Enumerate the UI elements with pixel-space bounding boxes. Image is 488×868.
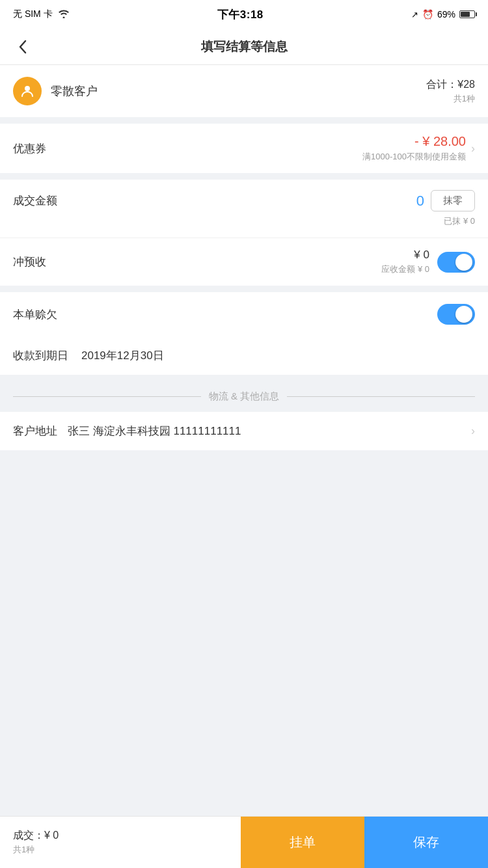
bottom-deal-amount: 成交：¥ 0	[13, 829, 228, 843]
logistics-divider-text: 物流 & 其他信息	[209, 390, 279, 403]
coupon-right: - ¥ 28.00 满1000-100不限制使用金额	[362, 134, 466, 163]
due-date-value: 2019年12月30日	[81, 348, 164, 363]
coupon-description: 满1000-100不限制使用金额	[362, 151, 466, 163]
coupon-section: 优惠券 - ¥ 28.00 满1000-100不限制使用金额 ›	[0, 124, 488, 173]
nav-bar: 填写结算等信息	[0, 29, 488, 65]
battery-text: 69%	[437, 9, 455, 20]
pre-receive-values: ¥ 0 应收金额 ¥ 0	[381, 249, 429, 275]
customer-right: 合计：¥28 共1种	[426, 78, 475, 105]
location-icon: ↗	[411, 10, 418, 20]
transaction-section: 成交金额 0 抹零 已抹 ¥ 0 冲预收 ¥ 0 应收金额 ¥ 0	[0, 180, 488, 286]
credit-row: 本单赊欠	[0, 292, 488, 336]
pre-receive-right: ¥ 0 应收金额 ¥ 0	[381, 249, 475, 275]
bottom-count: 共1种	[13, 844, 228, 856]
svg-point-0	[25, 86, 30, 91]
credit-label: 本单赊欠	[13, 307, 57, 322]
address-row[interactable]: 客户地址 张三 海淀永丰科技园 11111111111 ›	[0, 412, 488, 450]
amount-value: 0	[416, 193, 424, 210]
logistics-divider-inner: 物流 & 其他信息	[13, 390, 475, 403]
user-avatar-icon	[20, 83, 35, 99]
coupon-label: 优惠券	[13, 141, 46, 156]
customer-count: 共1种	[426, 93, 475, 105]
back-button[interactable]	[13, 37, 33, 57]
credit-toggle[interactable]	[437, 304, 475, 325]
amount-label: 成交金额	[13, 193, 57, 208]
customer-left: 零散客户	[13, 77, 98, 105]
wifi-icon	[58, 9, 70, 20]
pre-receive-sub-value: 应收金额 ¥ 0	[381, 264, 429, 275]
amount-bottom: 已抹 ¥ 0	[13, 214, 475, 227]
amount-top: 成交金额 0 抹零	[13, 190, 475, 211]
page-title: 填写结算等信息	[201, 38, 288, 55]
content: 零散客户 合计：¥28 共1种 优惠券 - ¥ 28.00 满1000-100不…	[0, 65, 488, 515]
customer-name: 零散客户	[51, 83, 98, 99]
credit-toggle-knob	[455, 306, 472, 323]
credit-section: 本单赊欠 收款到期日 2019年12月30日	[0, 292, 488, 375]
pre-receive-toggle[interactable]	[437, 252, 475, 273]
amount-sub: 已抹 ¥ 0	[444, 215, 475, 227]
bottom-bar: 成交：¥ 0 共1种 挂单 保存	[0, 816, 488, 868]
customer-total: 合计：¥28	[426, 78, 475, 92]
alarm-icon: ⏰	[422, 9, 433, 20]
toggle-knob	[455, 254, 472, 271]
pre-receive-row: 冲预收 ¥ 0 应收金额 ¥ 0	[0, 238, 488, 286]
bottom-deal-label: 成交：	[13, 830, 44, 841]
coupon-chevron-icon: ›	[471, 142, 475, 156]
amount-row: 成交金额 0 抹零 已抹 ¥ 0	[0, 180, 488, 238]
address-value: 张三 海淀永丰科技园 11111111111	[68, 424, 466, 439]
coupon-discount: - ¥ 28.00	[362, 134, 466, 149]
divider-line-left	[13, 396, 201, 397]
pending-button[interactable]: 挂单	[241, 817, 364, 869]
address-section: 客户地址 张三 海淀永丰科技园 11111111111 ›	[0, 412, 488, 450]
address-label: 客户地址	[13, 424, 57, 439]
status-bar: 无 SIM 卡 下午3:18 ↗ ⏰ 69%	[0, 0, 488, 29]
bottom-info: 成交：¥ 0 共1种	[0, 829, 241, 856]
customer-avatar	[13, 77, 42, 105]
status-right: ↗ ⏰ 69%	[411, 9, 475, 20]
status-time: 下午3:18	[217, 7, 264, 22]
bottom-deal-value: ¥ 0	[44, 830, 59, 841]
pre-receive-label: 冲预收	[13, 254, 46, 269]
battery-icon	[459, 10, 475, 18]
coupon-row[interactable]: 优惠券 - ¥ 28.00 满1000-100不限制使用金额 ›	[0, 124, 488, 173]
due-date-row: 收款到期日 2019年12月30日	[0, 336, 488, 375]
status-left: 无 SIM 卡	[13, 8, 70, 20]
logistics-divider: 物流 & 其他信息	[0, 381, 488, 412]
save-button[interactable]: 保存	[364, 817, 488, 869]
pre-receive-main-value: ¥ 0	[381, 249, 429, 262]
address-chevron-icon: ›	[471, 424, 475, 438]
no-sim-text: 无 SIM 卡	[13, 8, 53, 20]
round-zero-button[interactable]: 抹零	[431, 190, 475, 211]
due-date-label: 收款到期日	[13, 348, 68, 363]
amount-right: 0 抹零	[416, 190, 475, 211]
customer-section: 零散客户 合计：¥28 共1种	[0, 65, 488, 117]
divider-line-right	[287, 396, 475, 397]
